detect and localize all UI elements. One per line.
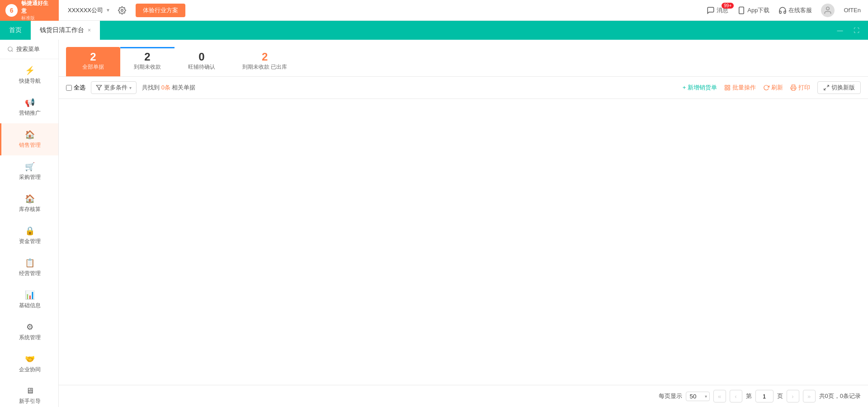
sidebar-item-inventory[interactable]: 🏠 库存核算 — [0, 187, 58, 220]
logo-text: 畅捷通好生意 标准版 — [21, 0, 53, 21]
next-page-button[interactable]: › — [787, 390, 799, 402]
marketing-icon: 📢 — [25, 98, 35, 108]
purchase-label: 采购管理 — [19, 173, 41, 181]
stat-count-overdue-shipped: 2 — [262, 51, 268, 63]
nav-actions: — ⛶ — [834, 24, 868, 37]
company-selector[interactable]: XXXXXX公司 ▼ — [68, 6, 110, 14]
per-page-label: 每页显示 — [659, 392, 682, 400]
found-text: 共找到 0条 相关单据 — [142, 84, 195, 92]
basic-label: 基础信息 — [19, 302, 41, 309]
print-label: 打印 — [798, 84, 810, 92]
stat-label-all: 全部单据 — [82, 63, 104, 71]
svg-line-5 — [12, 51, 13, 52]
top-header: 6 畅捷通好生意 标准版 XXXXXX公司 ▼ 体验行业方案 消息 99+ — [0, 0, 868, 21]
sidebar-item-marketing[interactable]: 📢 营销推广 — [0, 91, 58, 123]
switch-version-button[interactable]: 切换新版 — [817, 81, 861, 94]
svg-point-0 — [121, 9, 123, 11]
logo-area: 6 畅捷通好生意 标准版 — [0, 0, 59, 21]
table-area — [59, 99, 868, 385]
guide-icon: 🖥 — [26, 386, 34, 396]
prev-page-button[interactable]: ‹ — [730, 390, 742, 402]
page-label: 第 — [746, 392, 752, 400]
tab-active[interactable]: 钱货日清工作台 × — [31, 21, 100, 40]
sidebar-item-sales[interactable]: 🏠 销售管理 — [0, 123, 58, 155]
stat-label-pending: 旺辅待确认 — [188, 63, 215, 71]
sidebar-item-system[interactable]: ⚙ 系统管理 — [0, 316, 58, 348]
user-name: OfTEn — [844, 7, 861, 14]
svg-point-3 — [826, 7, 830, 10]
stat-tab-overdue[interactable]: 2 到期未收款 — [120, 47, 175, 76]
sidebar: 搜索菜单 ⚡ 快捷导航 📢 营销推广 🏠 销售管理 🛒 采购管理 🏠 库存核算 … — [0, 40, 59, 407]
tab-underline-all — [66, 75, 120, 76]
more-conditions-label: 更多条件 — [104, 84, 127, 92]
inventory-label: 库存核算 — [19, 206, 41, 213]
operations-icon: 📋 — [25, 258, 35, 268]
main-content: 2 全部单据 2 到期未收款 0 旺辅待确认 2 到期未收款 已出库 全选 — [59, 40, 868, 407]
stat-tab-pending[interactable]: 0 旺辅待确认 — [175, 47, 229, 76]
toolbar-right: + 新增销货单 批量操作 刷新 — [683, 81, 861, 94]
pagination: 每页显示 10 20 50 100 ▾ « ‹ 第 页 › — [59, 385, 868, 407]
cooperation-icon: 🤝 — [25, 354, 35, 364]
maximize-btn[interactable]: ⛶ — [850, 24, 863, 37]
header-right: 消息 99+ App下载 在线客服 OfTEn — [707, 4, 861, 17]
avatar[interactable] — [821, 4, 835, 17]
sidebar-item-cooperation[interactable]: 🤝 企业协同 — [0, 348, 58, 380]
conditions-arrow: ▾ — [129, 85, 132, 90]
select-all-checkbox[interactable]: 全选 — [66, 84, 85, 92]
page-label-suffix: 页 — [777, 392, 783, 400]
inventory-icon: 🏠 — [25, 194, 35, 204]
online-service-item[interactable]: 在线客服 — [778, 6, 812, 14]
company-dropdown-arrow: ▼ — [106, 8, 110, 13]
finance-icon: 🔒 — [25, 226, 35, 236]
system-label: 系统管理 — [19, 334, 41, 342]
sidebar-item-basic[interactable]: 📊 基础信息 — [0, 284, 58, 316]
stat-tab-overdue-shipped[interactable]: 2 到期未收款 已出库 — [229, 47, 301, 76]
quick-nav-icon: ⚡ — [25, 65, 35, 75]
settings-button[interactable] — [116, 4, 128, 17]
last-page-button[interactable]: » — [803, 390, 816, 402]
page-input[interactable] — [755, 390, 774, 402]
svg-rect-7 — [725, 85, 727, 87]
sales-label: 销售管理 — [19, 141, 41, 149]
search-menu-item[interactable]: 搜索菜单 — [0, 40, 58, 59]
tab-close-icon[interactable]: × — [88, 27, 91, 33]
refresh-label: 刷新 — [771, 84, 783, 92]
sidebar-item-finance[interactable]: 🔒 资金管理 — [0, 220, 58, 252]
select-all-input[interactable] — [66, 85, 72, 91]
page-size-select[interactable]: 10 20 50 100 — [686, 392, 710, 401]
svg-rect-10 — [725, 88, 727, 90]
batch-ops-button[interactable]: 批量操作 — [724, 84, 756, 92]
stat-count-all: 2 — [90, 51, 96, 63]
tab-home[interactable]: 首页 — [0, 21, 31, 40]
experience-button[interactable]: 体验行业方案 — [136, 4, 185, 17]
nav-tabs: 首页 钱货日清工作台 × — ⛶ — [0, 21, 868, 40]
operations-label: 经营管理 — [19, 270, 41, 277]
overdue-top-bar — [120, 47, 175, 48]
stat-label-overdue: 到期未收款 — [134, 63, 161, 71]
new-sales-button[interactable]: + 新增销货单 — [683, 84, 717, 92]
svg-point-4 — [8, 47, 12, 51]
quick-nav-label: 快捷导航 — [19, 77, 41, 85]
main-layout: 搜索菜单 ⚡ 快捷导航 📢 营销推广 🏠 销售管理 🛒 采购管理 🏠 库存核算 … — [0, 40, 868, 407]
cooperation-label: 企业协同 — [19, 366, 41, 374]
sidebar-item-operations[interactable]: 📋 经营管理 — [0, 252, 58, 284]
sidebar-item-quick-nav[interactable]: ⚡ 快捷导航 — [0, 59, 58, 91]
finance-label: 资金管理 — [19, 238, 41, 245]
purchase-icon: 🛒 — [25, 162, 35, 172]
sidebar-item-guide[interactable]: 🖥 新手引导 — [0, 380, 58, 407]
found-count: 0条 — [161, 84, 170, 91]
refresh-button[interactable]: 刷新 — [763, 84, 783, 92]
more-conditions-button[interactable]: 更多条件 ▾ — [91, 81, 137, 94]
toolbar: 全选 更多条件 ▾ 共找到 0条 相关单据 + 新增销货单 — [59, 77, 868, 99]
minimize-btn[interactable]: — — [834, 24, 846, 37]
select-all-label: 全选 — [74, 84, 85, 92]
switch-version-label: 切换新版 — [831, 84, 855, 92]
stat-tab-all[interactable]: 2 全部单据 — [66, 47, 120, 76]
first-page-button[interactable]: « — [713, 390, 726, 402]
app-download-item[interactable]: App下载 — [737, 6, 769, 14]
svg-rect-11 — [792, 88, 795, 90]
message-item[interactable]: 消息 99+ — [707, 6, 728, 14]
stat-count-overdue: 2 — [144, 51, 150, 63]
sidebar-item-purchase[interactable]: 🛒 采购管理 — [0, 155, 58, 187]
print-button[interactable]: 打印 — [790, 84, 810, 92]
